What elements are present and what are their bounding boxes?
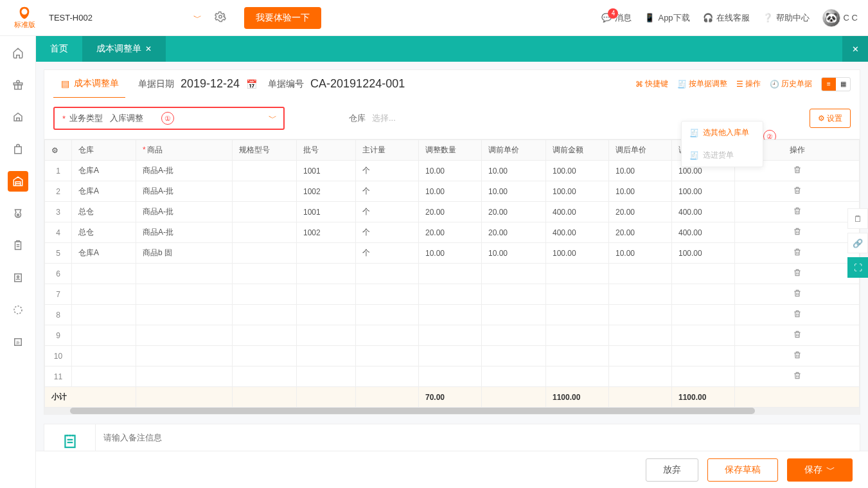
- nav-home-icon[interactable]: [8, 42, 28, 63]
- help-icon: ❔: [763, 13, 773, 23]
- menu-purchase-order: 🧾 选进货单: [682, 144, 763, 167]
- col-settings-icon[interactable]: ⚙: [45, 140, 72, 161]
- delete-row-icon[interactable]: [735, 366, 860, 387]
- tabs-close-all[interactable]: ✕: [842, 36, 868, 62]
- delete-row-icon[interactable]: [735, 222, 860, 243]
- delete-row-icon[interactable]: [735, 284, 860, 305]
- nav-contact-icon[interactable]: [8, 267, 28, 288]
- svg-text:新: 新: [16, 340, 20, 345]
- app-download-button[interactable]: 📱 App下载: [644, 12, 689, 24]
- action-history[interactable]: 🕘 历史单据: [770, 78, 812, 89]
- messages-badge: 4: [608, 8, 618, 19]
- org-selector[interactable]: TEST-H002 ﹀: [41, 7, 208, 29]
- doc-code-label: 单据编号: [268, 78, 304, 90]
- menu-other-inbound[interactable]: 🧾 选其他入库单: [682, 122, 763, 144]
- delete-row-icon[interactable]: [735, 202, 860, 222]
- doc-title-tab: ▤ 成本调整单: [53, 70, 125, 98]
- svg-point-7: [14, 306, 22, 314]
- col-spec: 规格型号: [233, 140, 297, 161]
- discard-button[interactable]: 放弃: [646, 458, 698, 482]
- table-row-empty[interactable]: 11: [45, 366, 860, 387]
- table-row[interactable]: 4总仓商品A-批1002个20.0020.00400.0020.00400.00: [45, 222, 860, 243]
- view-toggle: ≡ ▦: [821, 77, 851, 91]
- biz-type-label: 业务类型: [69, 113, 103, 124]
- headset-icon: 🎧: [703, 13, 713, 23]
- svg-point-6: [17, 276, 19, 278]
- document-icon: ▤: [60, 78, 70, 89]
- chevron-down-icon: ﹀: [269, 113, 277, 124]
- draft-button[interactable]: 保存草稿: [707, 458, 778, 482]
- col-batch: 批号: [297, 140, 356, 161]
- action-shortcut[interactable]: ⌘ 快捷键: [635, 78, 668, 89]
- horizontal-scrollbar[interactable]: [44, 408, 860, 414]
- nav-new-icon[interactable]: 新: [8, 332, 28, 352]
- adjustment-table: ⚙ 仓库 *商品 规格型号 批号 主计量 调整数量 调前单价 调前金额 调后单价…: [44, 140, 860, 408]
- svg-rect-4: [15, 242, 21, 249]
- tab-home[interactable]: 首页: [36, 36, 82, 62]
- view-grid-icon[interactable]: ▦: [836, 78, 850, 91]
- nav-gift-icon[interactable]: [8, 75, 28, 95]
- side-link-icon[interactable]: 🔗: [847, 233, 868, 253]
- org-settings-icon[interactable]: [215, 11, 226, 24]
- table-row-empty[interactable]: 10: [45, 346, 860, 366]
- col-price-after: 调后单价: [609, 140, 672, 161]
- brand-logo: 标准版: [10, 6, 39, 30]
- view-list-icon[interactable]: ≡: [822, 78, 836, 91]
- tab-cost-adjustment[interactable]: 成本调整单 ✕: [82, 36, 166, 62]
- table-row-empty[interactable]: 7: [45, 284, 860, 305]
- delete-row-icon[interactable]: [735, 305, 860, 325]
- nav-loading-icon[interactable]: [8, 300, 28, 320]
- tab-close-icon[interactable]: ✕: [145, 44, 152, 53]
- doc-code-value: CA-20191224-001: [310, 77, 405, 91]
- svg-point-0: [219, 15, 222, 19]
- subtotal-row: 小计 70.00 1100.00 1100.00: [45, 387, 860, 408]
- nav-money-icon[interactable]: [8, 203, 28, 224]
- table-row-empty[interactable]: 9: [45, 325, 860, 346]
- table-row[interactable]: 3总仓商品A-批1001个20.0020.00400.0020.00400.00: [45, 202, 860, 222]
- table-row-empty[interactable]: 8: [45, 305, 860, 325]
- svg-rect-10: [65, 435, 75, 447]
- side-note-icon[interactable]: 🗒: [847, 208, 868, 229]
- doc-date-value[interactable]: 2019-12-24: [181, 77, 240, 91]
- online-service-button[interactable]: 🎧 在线客服: [703, 12, 750, 24]
- delete-row-icon[interactable]: [735, 181, 860, 202]
- delete-row-icon[interactable]: [735, 243, 860, 264]
- chevron-down-icon: ﹀: [826, 464, 835, 476]
- delete-row-icon[interactable]: [735, 264, 860, 284]
- phone-icon: 📱: [644, 13, 655, 23]
- action-operations[interactable]: ☰ 操作: [736, 78, 761, 89]
- biz-type-value: 入库调整: [110, 113, 143, 124]
- help-center-button[interactable]: ❔ 帮助中心: [763, 12, 810, 24]
- delete-row-icon[interactable]: [735, 346, 860, 366]
- business-type-selector[interactable]: * 业务类型 入库调整 ﹀ ①: [53, 107, 285, 130]
- table-row-empty[interactable]: 6: [45, 264, 860, 284]
- chevron-down-icon: ﹀: [193, 12, 202, 24]
- user-menu[interactable]: 🐼 C C: [822, 9, 858, 27]
- col-unit: 主计量: [356, 140, 419, 161]
- nav-warehouse-icon[interactable]: [8, 171, 28, 192]
- col-warehouse: 仓库: [72, 140, 136, 161]
- nav-bag-icon[interactable]: [8, 139, 28, 159]
- delete-row-icon[interactable]: [735, 325, 860, 346]
- save-button[interactable]: 保存 ﹀: [787, 458, 853, 482]
- table-row[interactable]: 5仓库A商品b 固个10.0010.00100.0010.00100.00: [45, 243, 860, 264]
- messages-button[interactable]: 💬 消息 4: [601, 12, 632, 24]
- svg-rect-3: [14, 147, 21, 154]
- nav-clipboard-icon[interactable]: [8, 235, 28, 256]
- select-document-menu: 🧾 选其他入库单 🧾 选进货单: [681, 121, 763, 167]
- left-nav: 新: [0, 36, 36, 488]
- calendar-icon[interactable]: 📅: [246, 79, 256, 89]
- col-amount-before: 调前金额: [546, 140, 609, 161]
- col-qty: 调整数量: [419, 140, 482, 161]
- table-row[interactable]: 2仓库A商品A-批1002个10.0010.00100.0010.00100.0…: [45, 181, 860, 202]
- col-product: *商品: [136, 140, 233, 161]
- col-price-before: 调前单价: [482, 140, 546, 161]
- nav-house-icon[interactable]: [8, 107, 28, 127]
- settings-button[interactable]: ⚙ 设置: [810, 109, 851, 128]
- doc-date-label: 单据日期: [138, 78, 174, 90]
- try-button[interactable]: 我要体验一下: [244, 7, 321, 29]
- warehouse-selector[interactable]: 选择...: [372, 113, 500, 124]
- side-expand-icon[interactable]: ⛶: [847, 257, 868, 278]
- annotation-1: ①: [161, 112, 174, 125]
- action-by-document[interactable]: 🧾 按单据调整: [677, 78, 727, 89]
